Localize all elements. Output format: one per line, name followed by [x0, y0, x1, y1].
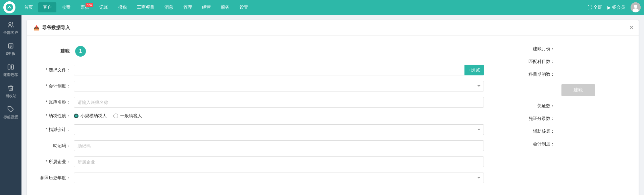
auxiliary-label: 辅助核算： [525, 128, 558, 134]
info-row-voucher-records: 凭证分录数： [525, 116, 632, 122]
panel: 📥 导爷数据导入 × 建账 1 * 选择文件： +浏览 [27, 20, 639, 195]
form-row-history: 参照历史年度： [34, 173, 484, 183]
form-row-file: * 选择文件： +浏览 [34, 65, 484, 75]
info-row-accounting-system: 会计制度： [525, 141, 632, 147]
nav-bookkeeping[interactable]: 记账 [95, 2, 113, 12]
nav-right: ⛶ 全屏 ▶ 畅会员 [588, 2, 641, 12]
nav-items: 首页 客户 收费 票据 new 记账 报税 工商项目 消息 管理 经营 服务 设… [19, 2, 588, 12]
nav-manage[interactable]: 管理 [179, 2, 197, 12]
form-row-memo: 助记码： [34, 140, 484, 151]
nav-customer[interactable]: 客户 [38, 2, 56, 12]
radio-group-tax: 小规模纳税人 一般纳税人 [74, 113, 142, 119]
nav-tax[interactable]: 报税 [113, 2, 132, 12]
step-header: 建账 1 [60, 46, 484, 57]
form-row-bookname: * 账簿名称： [34, 97, 484, 108]
match-label: 匹配科目数： [525, 59, 558, 65]
declare-icon [7, 42, 15, 50]
nav-fee[interactable]: 收费 [57, 2, 75, 12]
file-label: * 选择文件： [34, 67, 74, 73]
bookname-label: * 账簿名称： [34, 99, 74, 105]
member-icon: ▶ [607, 5, 611, 10]
fullscreen-btn[interactable]: ⛶ 全屏 [588, 4, 602, 10]
company-label: * 所属企业： [34, 159, 74, 165]
nav-settings[interactable]: 设置 [235, 2, 253, 12]
tax-label: * 纳税性质： [34, 113, 74, 119]
file-input[interactable] [74, 65, 464, 75]
info-row-auxiliary: 辅助核算： [525, 128, 632, 134]
panel-header: 📥 导爷数据导入 × [27, 20, 639, 36]
info-row-match: 匹配科目数： [525, 59, 632, 65]
form-row-accountant: * 指派会计： [34, 124, 484, 135]
company-input[interactable] [74, 156, 484, 167]
fullscreen-icon: ⛶ [588, 5, 592, 10]
svg-rect-10 [8, 65, 10, 69]
info-row-month: 建账月份： [525, 46, 632, 52]
file-input-group: +浏览 [74, 65, 484, 75]
radio-small-tax-label: 小规模纳税人 [81, 113, 107, 119]
content-area: 📥 导爷数据导入 × 建账 1 * 选择文件： +浏览 [21, 15, 644, 195]
svg-point-1 [9, 6, 10, 7]
radio-small-tax[interactable]: 小规模纳税人 [74, 113, 107, 119]
radio-general-tax[interactable]: 一般纳税人 [113, 113, 142, 119]
month-label: 建账月份： [525, 46, 558, 52]
radio-general-tax-label: 一般纳税人 [120, 113, 142, 119]
panel-body: 建账 1 * 选择文件： +浏览 * 会计制度： [27, 36, 639, 195]
info-section: 建账月份： 匹配科目数： 科目期初数： 建账 凭证数： [525, 46, 632, 189]
top-nav: 首页 客户 收费 票据 new 记账 报税 工商项目 消息 管理 经营 服务 设… [0, 0, 644, 15]
sidebar-item-all-customers[interactable]: 全部客户 [0, 17, 21, 39]
divider [511, 46, 511, 189]
form-row-tax: * 纳税性质： 小规模纳税人 一般纳税人 [34, 113, 484, 119]
history-select[interactable] [74, 173, 484, 183]
form-row-company: * 所属企业： [34, 156, 484, 167]
history-label: 参照历史年度： [34, 175, 74, 181]
sidebar-item-migrate[interactable]: 账套迁移 [0, 60, 21, 81]
info-row-period: 科目期初数： [525, 71, 632, 77]
form-section: 建账 1 * 选择文件： +浏览 * 会计制度： [34, 46, 497, 189]
bookname-input[interactable] [74, 97, 484, 108]
step-circle: 1 [75, 46, 86, 57]
svg-point-4 [633, 8, 639, 12]
sidebar-item-trash[interactable]: 回收站 [0, 81, 21, 102]
migrate-icon [7, 63, 15, 71]
memo-input[interactable] [74, 140, 484, 151]
sidebar-item-tags[interactable]: 标签设置 [0, 102, 21, 123]
avatar[interactable] [631, 2, 641, 12]
svg-point-3 [634, 5, 637, 8]
member-btn[interactable]: ▶ 畅会员 [607, 4, 625, 10]
svg-point-5 [9, 22, 11, 25]
tag-icon [7, 105, 15, 113]
accountant-label: * 指派会计： [34, 127, 74, 133]
nav-service[interactable]: 服务 [216, 2, 234, 12]
create-button[interactable]: 建账 [561, 84, 595, 96]
accountant-select[interactable] [74, 124, 484, 135]
memo-label: 助记码： [34, 143, 74, 149]
close-button[interactable]: × [630, 24, 633, 31]
period-label: 科目期初数： [525, 71, 558, 77]
radio-general-tax-input[interactable] [113, 114, 118, 118]
users-icon [7, 21, 15, 29]
voucher-records-label: 凭证分录数： [525, 116, 558, 122]
import-icon: 📥 [34, 25, 39, 30]
trash-icon [7, 84, 15, 92]
nav-message[interactable]: 消息 [160, 2, 178, 12]
radio-small-tax-input[interactable] [74, 114, 79, 118]
nav-operation[interactable]: 经营 [197, 2, 215, 12]
info-row-voucher: 凭证数： [525, 103, 632, 109]
panel-title: 导爷数据导入 [42, 25, 70, 31]
browse-button[interactable]: +浏览 [464, 65, 484, 75]
sidebar-item-declare[interactable]: 0申报 [0, 39, 21, 60]
form-row-accounting: * 会计制度： [34, 81, 484, 91]
logo[interactable] [3, 1, 15, 13]
new-badge: new [86, 3, 93, 7]
accounting-label: * 会计制度： [34, 83, 74, 89]
step-label: 建账 [60, 48, 70, 54]
svg-point-0 [6, 4, 13, 11]
main-layout: 全部客户 0申报 账套迁移 回收站 标签设置 [0, 15, 644, 195]
nav-business[interactable]: 工商项目 [132, 2, 159, 12]
nav-home[interactable]: 首页 [19, 2, 38, 12]
voucher-label: 凭证数： [525, 103, 558, 109]
sidebar: 全部客户 0申报 账套迁移 回收站 标签设置 [0, 15, 21, 195]
accounting-system-label: 会计制度： [525, 141, 558, 147]
accounting-select[interactable] [74, 81, 484, 91]
nav-invoice[interactable]: 票据 new [76, 2, 94, 12]
